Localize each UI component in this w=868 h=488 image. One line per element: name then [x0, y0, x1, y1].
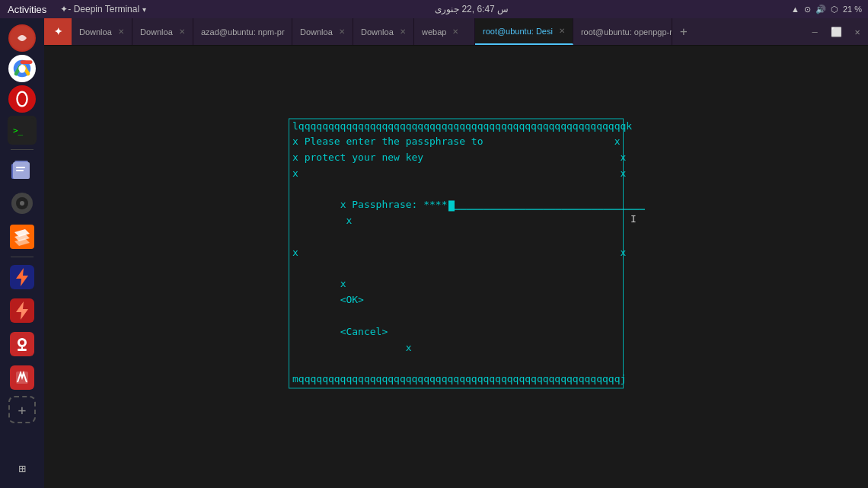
dock-add-button[interactable]: +: [8, 396, 36, 423]
sidebar-item-terminal[interactable]: >_: [8, 116, 37, 145]
dialog-left-x2: x: [340, 279, 412, 290]
tab-5[interactable]: Downloa ✕: [353, 18, 414, 45]
app1-icon: [10, 265, 34, 289]
terminal-app-icon-tab: ✦: [44, 18, 72, 45]
sidebar-dock: >_: [0, 18, 44, 488]
dialog-bottom-border: mqqqqqqqqqqqqqqqqqqqqqqqqqqqqqqqqqqqqqqq…: [289, 372, 623, 388]
app2-icon: [10, 298, 34, 323]
terminal-app-icon: >_: [10, 118, 34, 142]
deepin-logo-icon: [10, 26, 34, 50]
tab-add-button[interactable]: +: [672, 18, 695, 45]
sidebar-item-chrome[interactable]: [8, 55, 36, 82]
svg-rect-23: [21, 347, 23, 350]
volume-icon: 🔊: [815, 5, 826, 14]
tab-3[interactable]: azad@ubuntu: npm-pr ✕: [193, 18, 292, 45]
svg-text:>_: >_: [13, 126, 24, 136]
window-controls: — ⬜ ✕: [804, 18, 868, 45]
passphrase-label: x Passphrase: ****: [340, 199, 448, 211]
dialog-right-x1: x: [340, 215, 353, 227]
system-bar: Activities ✦- Deepin Terminal ▾ س 6:47 ,…: [0, 0, 868, 18]
app-name-label: ✦- Deepin Terminal ▾: [54, 4, 152, 14]
chrome-icon: [11, 57, 34, 80]
sidebar-item-recorder[interactable]: [7, 329, 37, 359]
tool-icon: [10, 365, 34, 390]
opera-icon: [11, 88, 34, 110]
dialog-ok-button[interactable]: <OK>: [340, 295, 364, 306]
dialog-passphrase-line[interactable]: x Passphrase: ****______________________…: [289, 182, 623, 245]
sidebar-item-tool[interactable]: [7, 362, 37, 393]
dock-divider-1: [11, 149, 34, 150]
svg-point-3: [18, 65, 25, 72]
dialog-line4: x x: [289, 245, 623, 261]
tab-close-4[interactable]: ✕: [339, 27, 345, 36]
system-clock: س 6:47 ,22 جنوری: [435, 4, 509, 14]
tab-2[interactable]: Downloa ✕: [132, 18, 193, 45]
files-icon: [10, 158, 34, 182]
window-maximize-button[interactable]: ⬜: [825, 18, 847, 46]
power-icon: ⬡: [831, 5, 838, 14]
system-tray: ▲ ⊙ 🔊 ⬡ 21 %: [791, 5, 868, 14]
svg-rect-12: [16, 170, 24, 171]
tab-spacer: [695, 18, 804, 45]
sidebar-item-deepin[interactable]: [8, 24, 36, 52]
sidebar-item-files[interactable]: [7, 155, 37, 185]
sublime-icon: [10, 225, 34, 249]
tab-bar: ✦ Downloa ✕ Downloa ✕ azad@ubuntu: npm-p…: [44, 18, 868, 46]
tab-close-1[interactable]: ✕: [118, 27, 124, 36]
sidebar-item-sublime[interactable]: [7, 222, 37, 252]
terminal-content-area[interactable]: I lqqqqqqqqqqqqqqqqqqqqqqqqqqqqqqqqqqqqq…: [44, 46, 868, 488]
sidebar-item-app2[interactable]: [7, 295, 37, 326]
speaker-icon: [10, 191, 34, 215]
dialog-top-border: lqqqqqqqqqqqqqqqqqqqqqqqqqqqqqqqqqqqqqqq…: [289, 119, 623, 135]
tab-7-active[interactable]: root@ubuntu: Desi ✕: [475, 18, 573, 45]
system-bar-left: Activities ✦- Deepin Terminal ▾: [0, 0, 152, 18]
svg-point-21: [20, 340, 24, 345]
tab-6[interactable]: webap ✕: [414, 18, 475, 45]
tab-close-5[interactable]: ✕: [400, 27, 406, 36]
svg-point-15: [20, 201, 24, 206]
text-cursor: [448, 200, 455, 211]
window-minimize-button[interactable]: —: [804, 18, 825, 46]
tab-4[interactable]: Downloa ✕: [292, 18, 353, 45]
network-icon: ▲: [791, 5, 799, 14]
recorder-icon: [10, 332, 34, 356]
sidebar-item-speaker[interactable]: [7, 188, 37, 218]
terminal-cursor-marker: I: [630, 213, 637, 225]
tab-close-6[interactable]: ✕: [452, 27, 458, 36]
dialog-line2: x protect your new key x: [289, 151, 623, 167]
window-close-button[interactable]: ✕: [847, 18, 868, 46]
activities-button[interactable]: Activities: [0, 0, 54, 18]
battery-indicator: 21 %: [843, 5, 862, 14]
terminal-window: ✦ Downloa ✕ Downloa ✕ azad@ubuntu: npm-p…: [44, 18, 868, 488]
sidebar-item-opera[interactable]: [8, 85, 36, 113]
dialog-cancel-button[interactable]: <Cancel>: [340, 326, 388, 337]
tab-1[interactable]: Downloa ✕: [72, 18, 132, 45]
dialog-line3: x x: [289, 166, 623, 182]
tab-close-2[interactable]: ✕: [179, 27, 185, 36]
dock-divider-2: [11, 257, 34, 257]
passphrase-dialog: lqqqqqqqqqqqqqqqqqqqqqqqqqqqqqqqqqqqqqqq…: [289, 118, 624, 389]
dialog-line1: x Please enter the passphrase to x: [289, 135, 623, 151]
tab-close-7[interactable]: ✕: [559, 27, 565, 35]
passphrase-field: ________________________________: [455, 199, 645, 211]
dialog-spacer: [340, 311, 460, 322]
dock-grid-button[interactable]: ⊞: [8, 455, 36, 482]
wifi-icon: ⊙: [804, 5, 811, 14]
dialog-ok-cancel-line[interactable]: x <OK> <Cancel> x: [289, 261, 623, 372]
dialog-right-x2: x: [340, 342, 412, 353]
svg-rect-11: [16, 167, 25, 168]
tab-8[interactable]: root@ubuntu: openpgp-re ✕: [573, 18, 672, 45]
sidebar-item-app1[interactable]: [7, 262, 37, 292]
